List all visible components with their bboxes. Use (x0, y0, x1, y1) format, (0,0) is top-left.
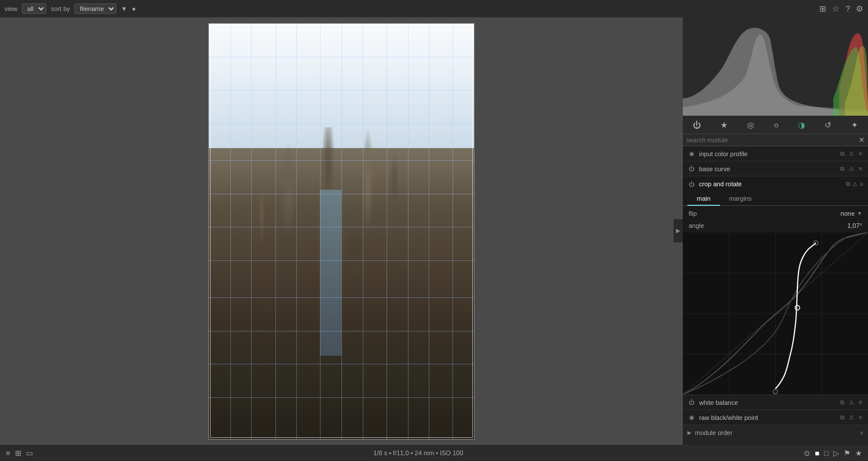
module-crop-rotate-section: ⏻ crop and rotate ⧉ ⚠ ≡ main margins fli… (683, 176, 868, 395)
bottom-bar: ≡ ⊞ ▭ 1/8 s • f/11,0 • 24 mm • ISO 100 ⊙… (0, 445, 868, 461)
crop-rotate-power-icon: ⏻ (687, 180, 696, 188)
white-circle-icon[interactable]: ○ (770, 118, 782, 132)
menu-btn-cr[interactable]: ≡ (860, 181, 863, 187)
section-module-order[interactable]: ▶ module order ≡ (683, 425, 868, 440)
top-bar: view all sort by filename ▼ ● ⊞ ☆ ? ⚙ (0, 0, 868, 17)
module-name-crop-rotate: crop and rotate (699, 180, 846, 187)
flip-value-text: none (841, 210, 855, 217)
refresh-icon[interactable]: ↺ (821, 118, 835, 132)
filter-select[interactable]: all (22, 3, 46, 14)
copy-instance-btn[interactable]: ⧉ (839, 150, 845, 158)
module-actions-base-curve: ⧉ ⚠ ≡ (839, 165, 863, 173)
section-more-modules[interactable]: ▶ more modules (683, 440, 868, 445)
green-circle-icon[interactable]: ◑ (795, 118, 808, 132)
main-area: ⏻ ★ ◎ ○ ◑ ↺ ✦ ✕ ◉ input color profile ⧉ … (0, 17, 868, 445)
crop-rotate-tabs: main margins (683, 191, 868, 206)
raw-bw-circle-icon: ◉ (687, 414, 696, 422)
search-bar: ✕ (683, 134, 868, 146)
flip-value[interactable]: none ▼ (841, 210, 862, 217)
star-rating-icon[interactable]: ★ (855, 449, 862, 458)
module-name-order: module order (695, 429, 733, 436)
topbar-icons: ⊞ ☆ ? ⚙ (819, 4, 863, 13)
reset-btn[interactable]: ⚠ (848, 150, 855, 157)
histogram (683, 17, 868, 116)
star-icon[interactable]: ☆ (832, 4, 840, 13)
angle-row: angle 1,07° (683, 221, 868, 233)
sort-direction-icon[interactable]: ▼ (121, 5, 127, 12)
menu-order-btn[interactable]: ≡ (860, 430, 863, 436)
bottom-right-icons: ⊙ ■ □ ▷ ⚑ ★ (804, 449, 862, 458)
module-actions-crop-rotate: ⧉ ⚠ ≡ (846, 180, 863, 187)
module-base-curve[interactable]: ⏻ base curve ⧉ ⚠ ≡ (683, 161, 868, 176)
help-icon[interactable]: ? (845, 4, 850, 13)
sort-select[interactable]: filename (75, 3, 116, 14)
sort-label: sort by (51, 5, 70, 12)
angle-label: angle (689, 222, 718, 229)
module-input-color-profile[interactable]: ◉ input color profile ⧉ ⚠ ≡ (683, 146, 868, 161)
flip-label: flip (689, 210, 841, 217)
sort-options-icon[interactable]: ● (132, 5, 136, 12)
module-name-base-curve: base curve (699, 165, 839, 172)
search-input[interactable] (686, 137, 859, 143)
color-mode-icon[interactable]: ■ (815, 449, 819, 458)
menu-wb-btn[interactable]: ≡ (858, 399, 863, 406)
module-name-raw-bw: raw black/white point (699, 414, 839, 421)
module-circle-icon: ◉ (687, 150, 696, 158)
list-view-icon[interactable]: ≡ (6, 449, 10, 458)
module-crop-rotate-header[interactable]: ⏻ crop and rotate ⧉ ⚠ ≡ (683, 176, 868, 191)
settings-icon[interactable]: ⚙ (856, 4, 863, 13)
module-actions-wb: ⧉ ⚠ ≡ (839, 399, 863, 407)
reset-wb-btn[interactable]: ⚠ (848, 399, 855, 406)
image-container[interactable] (208, 23, 475, 440)
module-white-balance[interactable]: ⏻ white balance ⧉ ⚠ ≡ (683, 395, 868, 410)
menu-btn-bc[interactable]: ≡ (858, 165, 863, 172)
power-icon[interactable]: ⏻ (689, 118, 704, 132)
chevron-icon-order: ▶ (687, 430, 692, 436)
color-picker-icon[interactable]: ◎ (744, 118, 757, 132)
view-label: view (5, 5, 17, 12)
copy-instance-btn-cr[interactable]: ⧉ (846, 180, 850, 187)
photo (209, 24, 474, 439)
right-panel: ⏻ ★ ◎ ○ ◑ ↺ ✦ ✕ ◉ input color profile ⧉ … (683, 17, 868, 445)
copy-wb-btn[interactable]: ⧉ (839, 399, 845, 407)
reset-btn-bc[interactable]: ⚠ (848, 165, 855, 172)
image-info: 1/8 s • f/11,0 • 24 mm • ISO 100 (38, 449, 800, 456)
module-name-input-color-profile: input color profile (699, 150, 839, 157)
menu-btn[interactable]: ≡ (858, 150, 863, 157)
module-power-icon: ⏻ (687, 165, 696, 173)
play-icon[interactable]: ▷ (833, 449, 839, 458)
menu-raw-btn[interactable]: ≡ (858, 414, 863, 421)
filmstrip-icon[interactable]: ▭ (26, 449, 33, 458)
module-raw-black-white[interactable]: ◉ raw black/white point ⧉ ⚠ ≡ (683, 410, 868, 425)
preset-icon[interactable]: ★ (717, 118, 731, 132)
reset-raw-btn[interactable]: ⚠ (848, 414, 855, 421)
tab-main[interactable]: main (687, 191, 720, 205)
flip-dropdown-arrow: ▼ (857, 211, 862, 216)
modules-list: ◉ input color profile ⧉ ⚠ ≡ ⏻ base curve… (683, 146, 868, 445)
module-actions-input-color: ⧉ ⚠ ≡ (839, 150, 863, 158)
wrench-icon[interactable]: ✦ (848, 118, 862, 132)
module-name-white-balance: white balance (699, 399, 839, 406)
location-icon[interactable]: ⊙ (804, 449, 810, 458)
panel-collapse-arrow[interactable]: ▶ (674, 219, 683, 242)
bw-mode-icon[interactable]: □ (824, 449, 829, 458)
grid-view-icon[interactable]: ⊞ (15, 449, 21, 458)
reset-btn-cr[interactable]: ⚠ (852, 181, 858, 187)
grid-layout-icon[interactable]: ⊞ (819, 4, 826, 13)
wb-power-icon: ⏻ (687, 399, 696, 407)
angle-value: 1,07° (839, 222, 862, 229)
copy-raw-btn[interactable]: ⧉ (839, 414, 845, 422)
copy-instance-btn-bc[interactable]: ⧉ (839, 165, 845, 173)
tone-curve-area[interactable] (683, 233, 868, 394)
flip-row: flip none ▼ (683, 206, 868, 221)
water-channel-layer (320, 190, 341, 356)
rock-shapes-layer (209, 127, 474, 335)
flag-icon[interactable]: ⚑ (844, 449, 851, 458)
tab-margins[interactable]: margins (720, 191, 761, 205)
module-actions-raw-bw: ⧉ ⚠ ≡ (839, 414, 863, 422)
image-view[interactable] (0, 17, 683, 445)
panel-toolbar: ⏻ ★ ◎ ○ ◑ ↺ ✦ (683, 116, 868, 134)
search-clear-icon[interactable]: ✕ (859, 136, 865, 144)
